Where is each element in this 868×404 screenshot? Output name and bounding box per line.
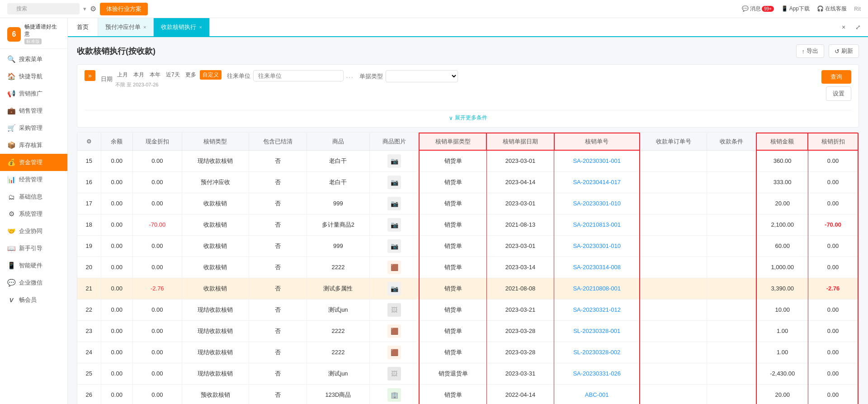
verify-bill-no-link[interactable]: SA-20230301-010 [573,242,621,249]
sales-icon: 💼 [7,107,15,115]
th-receipt-condition: 收款条件 [707,133,757,150]
td-product: 老白干 [307,150,369,171]
td-verify-bill-no: SA-20230414-017 [554,171,640,193]
verify-bill-no-link[interactable]: SA-20230301-001 [573,157,621,164]
service-icon[interactable]: 🎧 在线客服 [817,5,847,13]
voucher-type-select[interactable] [386,70,458,82]
td-verify-type: 预付冲应收 [182,171,249,193]
sidebar-item-wechat[interactable]: 💬企业微信 [0,274,67,291]
sidebar-item-corp[interactable]: 🤝企业协同 [0,223,67,240]
sidebar-item-inventory[interactable]: 📦库存核算 [0,137,67,154]
td-product: 多计量商品2 [307,214,369,235]
sidebar-item-search[interactable]: 🔍搜索菜单 [0,51,67,68]
tab-close-all-button[interactable]: × [837,21,850,33]
td-receipt-order-no [640,171,707,193]
sidebar-item-base[interactable]: 🗂基础信息 [0,188,67,205]
td-verify-bill-type: 销货单 [419,257,486,278]
td-verify-bill-date: 2023-04-14 [486,171,554,193]
date-custom[interactable]: 自定义 [200,70,222,80]
td-row-num: 23 [77,320,101,342]
verify-bill-no-link[interactable]: SA-20230331-026 [573,370,621,377]
verify-bill-no-link[interactable]: SL-20230328-001 [573,328,620,334]
td-include-settled: 否 [249,278,307,299]
td-verify-amount: 360.00 [756,150,808,171]
td-verify-discount: 0.00 [808,299,858,320]
top-bar-right: 💬 消息99+ 📱 App下载 🎧 在线客服 Rit [742,5,861,13]
verify-bill-no-link[interactable]: ABC-001 [585,391,609,398]
sidebar-item-marketing[interactable]: 📢营销推广 [0,85,67,102]
td-include-settled: 否 [249,342,307,363]
tab-receipt[interactable]: 收款核销执行 × [154,18,209,36]
date-last-month[interactable]: 上月 [115,70,130,80]
tab-close-receipt[interactable]: × [199,24,202,30]
td-verify-bill-no: SA-20230314-008 [554,257,640,278]
td-receipt-order-no [640,363,707,384]
message-icon[interactable]: 💬 消息99+ [742,5,774,13]
td-verify-discount: 0.00 [808,320,858,342]
industry-solution-button[interactable]: 体验行业方案 [100,3,148,15]
verify-bill-no-link[interactable]: SA-20210813-001 [573,221,621,228]
date-more[interactable]: 更多 [184,70,198,80]
td-verify-bill-no: SL-20230328-002 [554,342,640,363]
sidebar-item-sales[interactable]: 💼销售管理 [0,102,67,119]
table-row: 15 0.00 0.00 现结收款核销 否 老白干 📷 销货单 2023-03-… [77,150,858,171]
settings-button[interactable]: 设置 [826,86,851,101]
dropdown-arrow-icon: ▾ [83,5,86,12]
td-product: 2222 [307,342,369,363]
sidebar-item-quick[interactable]: 🏠快捷导航 [0,68,67,85]
sidebar-item-operation[interactable]: 📊经营管理 [0,171,67,188]
verify-bill-no-link[interactable]: SA-20230314-008 [573,264,621,271]
gear-icon[interactable]: ⚙ [90,5,96,13]
search-bar[interactable]: 搜索 [7,3,80,14]
td-product-img: 📷 [370,278,420,299]
td-verify-bill-date: 2023-03-21 [486,299,554,320]
td-receipt-order-no [640,193,707,214]
sidebar-item-finance[interactable]: 💰资金管理 [0,154,67,171]
td-verify-bill-type: 销货单 [419,214,486,235]
date-this-month[interactable]: 本月 [132,70,146,80]
td-receipt-condition [707,171,757,193]
date-7days[interactable]: 近7天 [164,70,182,80]
verify-bill-no-link[interactable]: SA-20230414-017 [573,179,621,185]
td-verify-bill-type: 销货单 [419,342,486,363]
td-balance: 0.00 [101,150,132,171]
date-this-year[interactable]: 本年 [148,70,162,80]
filter-toggle-button[interactable]: » [85,70,95,81]
td-product-img: 🏢 [370,384,420,404]
verify-bill-no-link[interactable]: SL-20230328-002 [573,349,620,356]
sidebar-item-member[interactable]: V畅会员 [0,291,67,309]
partner-input[interactable] [253,70,344,81]
td-product-img: 🖼 [370,363,420,384]
sidebar-item-system[interactable]: ⚙系统管理 [0,205,67,223]
td-receipt-condition [707,278,757,299]
td-product: 测试多属性 [307,278,369,299]
td-balance: 0.00 [101,193,132,214]
export-button[interactable]: ↑ 导出 [796,44,825,58]
td-product-img: 📷 [370,235,420,257]
sidebar-item-purchase[interactable]: 🛒采购管理 [0,119,67,137]
tab-close-prepay[interactable]: × [143,24,146,30]
verify-bill-no-link[interactable]: SA-20230301-010 [573,200,621,207]
td-cash-discount: 0.00 [132,342,182,363]
inventory-icon: 📦 [7,141,15,149]
app-download-icon[interactable]: 📱 App下载 [781,5,810,13]
th-settings[interactable]: ⚙ [77,133,101,150]
verify-bill-no-link[interactable]: SA-20230321-012 [573,306,621,313]
verify-bill-no-link[interactable]: SA-20210808-001 [573,285,621,292]
tab-home[interactable]: 首页 [68,18,98,36]
td-verify-bill-type: 销货单 [419,193,486,214]
tab-bar-actions: × ⤢ [837,18,868,36]
refresh-button[interactable]: ↺ 刷新 [829,44,859,58]
user-avatar[interactable]: Rit [854,6,861,12]
td-verify-discount: 0.00 [808,257,858,278]
sidebar-item-guide[interactable]: 📖新手引导 [0,240,67,257]
tab-prepay[interactable]: 预付冲应付单 × [98,18,154,36]
sidebar-item-hardware[interactable]: 📱智能硬件 [0,257,67,274]
query-button[interactable]: 查询 [821,70,851,84]
table-row: 26 0.00 0.00 预收款核销 否 123D商品 🏢 销货单 2022-0… [77,384,858,404]
td-balance: 0.00 [101,363,132,384]
td-verify-bill-date: 2023-03-01 [486,235,554,257]
expand-more-button[interactable]: ∨ 展开更多条件 [85,110,851,122]
tab-expand-button[interactable]: ⤢ [852,21,864,33]
td-receipt-order-no [640,235,707,257]
